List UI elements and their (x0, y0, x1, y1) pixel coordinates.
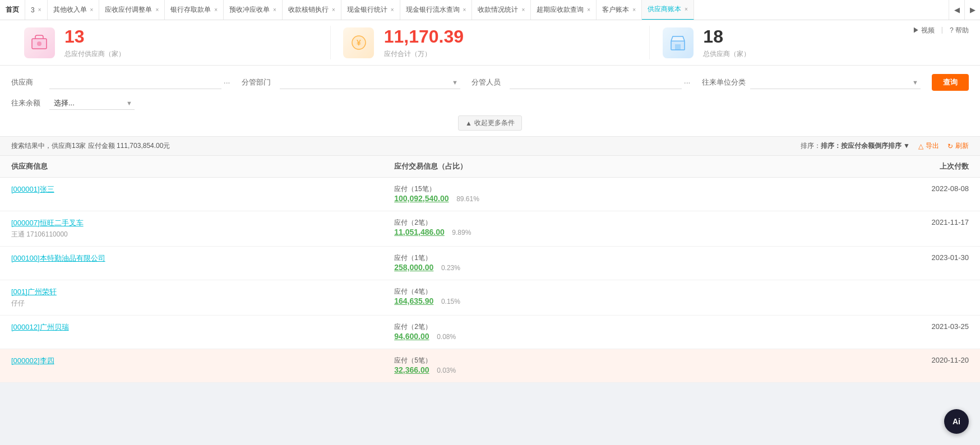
refresh-button[interactable]: ↻ 刷新 (947, 141, 969, 151)
nav-tab-home[interactable]: 首页 (0, 0, 25, 20)
nav-tab-customer-ledger[interactable]: 客户账本 × (597, 0, 642, 20)
stat-payable-suppliers-content: 13 总应付供应商（家） (64, 26, 125, 59)
balance-select-wrapper: 选择... ▼ (49, 96, 135, 110)
tx-percent-4: 0.08% (437, 333, 456, 341)
close-icon[interactable]: × (155, 7, 159, 13)
export-label: 导出 (926, 141, 939, 151)
tx-percent-1: 9.89% (452, 229, 471, 237)
close-icon[interactable]: × (391, 7, 394, 13)
export-icon: △ (918, 142, 923, 150)
table-row: [000002]李四 应付（5笔） 32,366.00 0.03% 2020-1… (0, 349, 980, 383)
result-bar: 搜索结果中，供应商13家 应付金额 111,703,854.00元 排序：排序：… (0, 137, 980, 156)
tx-percent-2: 0.23% (441, 264, 460, 272)
video-link[interactable]: ▶ 视频 (913, 26, 935, 35)
svg-text:¥: ¥ (357, 38, 361, 47)
search-row-1: 供应商 ··· 分管部门 ▼ 分管人员 ··· 往来单位分类 (11, 74, 969, 91)
nav-tab-supplier-ledger[interactable]: 供应商账本 × (642, 0, 694, 20)
balance-label: 往来余额 (11, 98, 45, 108)
nav-tab-other-income[interactable]: 其他收入单 × (48, 0, 100, 20)
close-icon[interactable]: × (38, 7, 41, 13)
header-lastpay: 上次付数 (777, 161, 969, 171)
stat-card-payable-total: ¥ 11,170.39 应付合计（万） (330, 26, 650, 59)
tx-percent-0: 89.61% (456, 195, 479, 203)
close-icon[interactable]: × (632, 7, 636, 13)
close-icon[interactable]: × (685, 6, 688, 12)
person-ellipsis-btn[interactable]: ··· (684, 78, 691, 87)
dept-select[interactable] (280, 76, 461, 89)
collapse-button[interactable]: ▲ 收起更多条件 (458, 115, 522, 131)
sort-dropdown-icon[interactable]: ▼ (903, 142, 910, 150)
dept-field: 分管部门 ▼ (242, 76, 461, 89)
search-button[interactable]: 查询 (932, 74, 969, 91)
tx-label-3: 应付（4笔） (394, 287, 777, 296)
supplier-link-1[interactable]: [000007]恒旺二手叉车 (11, 219, 84, 227)
nav-tab-collection[interactable]: 收款核销执行 × (283, 0, 341, 20)
tx-amount-4[interactable]: 94,600.00 (394, 332, 429, 341)
lastpay-5: 2020-11-20 (777, 356, 969, 364)
svg-point-1 (37, 41, 41, 46)
close-icon[interactable]: × (463, 7, 466, 13)
category-label: 往来单位分类 (702, 77, 746, 87)
header-supplier: 供应商信息 (11, 161, 394, 171)
supplier-ellipsis-btn[interactable]: ··· (224, 78, 230, 87)
close-icon[interactable]: × (214, 7, 218, 13)
balance-field: 往来余额 选择... ▼ (11, 96, 135, 110)
tx-amount-5[interactable]: 32,366.00 (394, 365, 429, 374)
supplier-input[interactable] (49, 76, 221, 89)
category-select-wrapper: ▼ (750, 76, 921, 89)
money-icon: ¥ (342, 26, 376, 59)
tx-amount-0[interactable]: 100,092,540.00 (394, 194, 449, 203)
close-icon[interactable]: × (587, 7, 590, 13)
supplier-link-3[interactable]: [001]广州荣轩 (11, 288, 57, 296)
export-button[interactable]: △ 导出 (918, 141, 939, 151)
stat-payable-total-number: 11,170.39 (384, 26, 464, 47)
nav-tab-prepay[interactable]: 预收冲应收单 × (224, 0, 283, 20)
supplier-link-0[interactable]: [000001]张三 (11, 185, 54, 193)
stat-payable-total-content: 11,170.39 应付合计（万） (384, 26, 464, 59)
tx-amount-2[interactable]: 258,000.00 (394, 263, 433, 272)
person-field: 分管人员 ··· (471, 76, 691, 89)
supplier-link-2[interactable]: [000100]本特勤油品有限公司 (11, 254, 105, 262)
close-icon[interactable]: × (273, 7, 276, 13)
close-icon[interactable]: × (521, 7, 525, 13)
nav-tab-bank-deposit[interactable]: 银行存取款单 × (165, 0, 224, 20)
svg-rect-5 (675, 44, 681, 50)
close-icon[interactable]: × (90, 7, 94, 13)
supplier-link-5[interactable]: [000002]李四 (11, 356, 54, 365)
nav-tab-cash-bank-stat[interactable]: 现金银行统计 × (341, 0, 400, 20)
tx-label-4: 应付（2笔） (394, 322, 777, 332)
stat-total-suppliers-content: 18 总供应商（家） (703, 26, 750, 59)
nav-tab-bank-deposit-label: 银行存取款单 (170, 5, 211, 15)
nav-tab-ar-adjustment[interactable]: 应收应付调整单 × (99, 0, 165, 20)
person-input[interactable] (510, 76, 682, 89)
nav-left-arrow[interactable]: ◀ (949, 0, 964, 20)
tx-percent-3: 0.15% (441, 298, 460, 305)
category-select[interactable] (750, 76, 921, 89)
balance-select[interactable]: 选择... (49, 96, 135, 109)
supplier-sub-3: 仔仔 (11, 299, 394, 308)
nav-tab-collection-stat[interactable]: 收款情况统计 × (472, 0, 531, 20)
close-icon[interactable]: × (332, 7, 335, 13)
search-row-2: 往来余额 选择... ▼ (11, 96, 969, 110)
transaction-info-5: 应付（5笔） 32,366.00 0.03% (394, 356, 777, 374)
supplier-link-4[interactable]: [000012]广州贝瑞 (11, 323, 69, 331)
nav-tab-cash-bank-flow[interactable]: 现金银行流水查询 × (400, 0, 473, 20)
transaction-info-0: 应付（15笔） 100,092,540.00 89.61% (394, 184, 777, 203)
nav-tab-overdue[interactable]: 超期应收款查询 × (531, 0, 597, 20)
sort-label: 排序：排序：按应付余额倒序排序 ▼ (801, 141, 910, 151)
nav-tab-3[interactable]: 3 × (25, 0, 48, 20)
table-row: [000012]广州贝瑞 应付（2笔） 94,600.00 0.08% 2021… (0, 316, 980, 349)
transaction-info-1: 应付（2笔） 11,051,486.00 9.89% (394, 218, 777, 237)
tx-label-0: 应付（15笔） (394, 184, 777, 194)
nav-tab-ar-adjustment-label: 应收应付调整单 (105, 5, 152, 15)
help-link[interactable]: ? 帮助 (950, 26, 969, 35)
supplier-info-1: [000007]恒旺二手叉车 王通 17106110000 (11, 218, 394, 239)
tx-amount-3[interactable]: 164,635.90 (394, 296, 433, 305)
tx-amount-1[interactable]: 11,051,486.00 (394, 228, 445, 237)
nav-right-arrow[interactable]: ▶ (964, 0, 980, 20)
result-summary: 搜索结果中，供应商13家 应付金额 111,703,854.00元 (11, 141, 170, 151)
lastpay-2: 2023-01-30 (777, 253, 969, 262)
supplier-info-0: [000001]张三 (11, 184, 394, 194)
tx-label-5: 应付（5笔） (394, 356, 777, 365)
supplier-icon (22, 26, 56, 59)
